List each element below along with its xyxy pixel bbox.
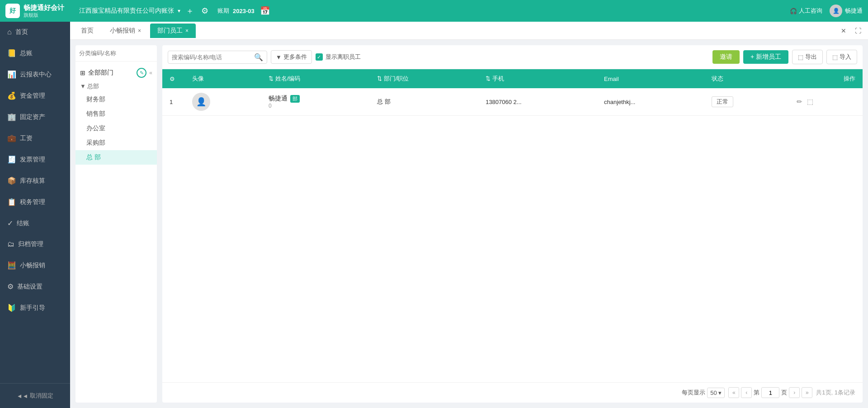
dept-search-input[interactable] xyxy=(79,50,155,57)
tab-dept-close[interactable]: × xyxy=(185,28,189,34)
sidebar-label-ledger: 总账 xyxy=(20,49,33,57)
export-button[interactable]: ⬚ 导出 xyxy=(792,50,823,64)
page-content: 🔍 ⊞ 全部部门 ✎ « ▼ 总部 xyxy=(70,40,868,408)
period-value: 2023-03 xyxy=(233,8,255,14)
sidebar-item-funds[interactable]: 💰 资金管理 xyxy=(0,85,70,106)
col-settings[interactable]: ⚙ xyxy=(162,69,185,88)
per-page-select[interactable]: 50 ▾ xyxy=(707,388,725,398)
invite-button[interactable]: 邀请 xyxy=(712,50,740,64)
sidebar-label-home: 首页 xyxy=(15,28,28,36)
cell-num: 1 xyxy=(162,88,185,116)
page-last-button[interactable]: » xyxy=(802,387,812,398)
sidebar-item-fixed-assets[interactable]: 🏢 固定资产 xyxy=(0,106,70,128)
employee-name-text: 畅捷通 xyxy=(269,95,288,103)
employee-table: ⚙ 头像 ⇅ 姓名/编码 ⇅ 部门/职位 ⇅ 手机 xyxy=(162,69,863,116)
page-first-button[interactable]: « xyxy=(728,387,739,398)
cell-status: 正常 xyxy=(704,88,789,116)
sidebar-item-invoice[interactable]: 🧾 发票管理 xyxy=(0,149,70,170)
tab-expense-close[interactable]: × xyxy=(138,28,141,34)
col-avatar: 头像 xyxy=(185,69,261,88)
app-name: 畅捷通好会计 xyxy=(24,4,64,12)
cancel-fixed-button[interactable]: ◄◄ 取消固定 xyxy=(0,388,70,403)
col-actions: 操作 xyxy=(789,69,863,88)
search-icon[interactable]: 🔍 xyxy=(254,53,263,62)
filter-button[interactable]: ▼ 更多条件 xyxy=(271,50,312,64)
sidebar-label-archive: 归档管理 xyxy=(18,240,43,248)
support-button[interactable]: 🎧 人工咨询 xyxy=(790,7,822,15)
col-name[interactable]: ⇅ 姓名/编码 xyxy=(261,69,370,88)
filter-label: 更多条件 xyxy=(283,53,307,61)
calendar-icon[interactable]: 📅 xyxy=(258,4,272,18)
add-company-button[interactable]: ＋ xyxy=(184,4,196,18)
company-dropdown-button[interactable]: ▾ xyxy=(178,8,180,14)
table-header-row: ⚙ 头像 ⇅ 姓名/编码 ⇅ 部门/职位 ⇅ 手机 xyxy=(162,69,863,88)
tab-home[interactable]: 首页 xyxy=(74,24,101,38)
user-area[interactable]: 👤 畅捷通 xyxy=(830,5,863,17)
dept-node-office[interactable]: 办公室 xyxy=(75,121,157,136)
total-records: 共1页, 1条记录 xyxy=(816,389,855,397)
sidebar-item-archive[interactable]: 🗂 归档管理 xyxy=(0,234,70,255)
tab-actions: ✕ ⛶ xyxy=(837,24,864,37)
cancel-fixed-label: 取消固定 xyxy=(30,392,53,400)
logo-area: 好 畅捷通好会计 旗舰版 xyxy=(5,4,75,19)
dept-node-sales[interactable]: 销售部 xyxy=(75,107,157,121)
page-next-button[interactable]: › xyxy=(789,387,800,398)
expense-icon: 🧮 xyxy=(7,261,16,270)
tab-expense[interactable]: 小畅报销 × xyxy=(103,24,148,38)
col-dept[interactable]: ⇅ 部门/职位 xyxy=(370,69,478,88)
sidebar-item-reports[interactable]: 📊 云报表中心 xyxy=(0,64,70,85)
logout-employee-button[interactable]: ⬚ xyxy=(807,98,813,106)
import-button[interactable]: ⬚ 导入 xyxy=(826,50,857,64)
export-icon: ⬚ xyxy=(798,54,803,61)
tab-dept-employee[interactable]: 部门员工 × xyxy=(150,24,196,38)
sidebar-label-guide: 新手引导 xyxy=(20,304,45,312)
import-icon: ⬚ xyxy=(832,54,838,61)
add-employee-button[interactable]: + 新增员工 xyxy=(743,50,788,64)
settings-top-button[interactable]: ⚙ xyxy=(199,4,210,18)
dept-search-area: 🔍 xyxy=(75,45,157,62)
app-logo-icon: 好 xyxy=(5,4,20,18)
page-prev-button[interactable]: ‹ xyxy=(741,387,752,398)
tab-close-button[interactable]: ✕ xyxy=(837,24,850,37)
tab-home-label: 首页 xyxy=(81,27,94,35)
sidebar-item-expense[interactable]: 🧮 小畅报销 xyxy=(0,255,70,276)
search-input[interactable] xyxy=(172,54,251,61)
tab-expand-button[interactable]: ⛶ xyxy=(852,24,864,37)
dept-add-button[interactable]: ✎ xyxy=(137,68,146,78)
sidebar-item-ledger[interactable]: 📒 总账 xyxy=(0,43,70,64)
cell-dept: 总 部 xyxy=(370,88,478,116)
col-phone[interactable]: ⇅ 手机 xyxy=(478,69,597,88)
export-label: 导出 xyxy=(805,53,817,61)
edit-employee-button[interactable]: ✏ xyxy=(797,98,802,106)
all-dept-label-area[interactable]: ⊞ 全部部门 xyxy=(80,69,113,77)
sidebar-item-guide[interactable]: 🔰 新手引导 xyxy=(0,297,70,318)
sidebar-item-home[interactable]: ⌂ 首页 xyxy=(0,22,70,43)
employee-avatar: 👤 xyxy=(192,93,210,111)
status-badge: 正常 xyxy=(712,96,733,107)
dept-parent-general[interactable]: ▼ 总部 xyxy=(75,81,157,92)
cell-email: chanjethkj... xyxy=(597,88,704,116)
sidebar-item-settlement[interactable]: ✓ 结账 xyxy=(0,213,70,234)
sidebar-label-settlement: 结账 xyxy=(17,219,29,228)
period-label: 账期 xyxy=(217,7,229,15)
dept-node-finance[interactable]: 财务部 xyxy=(75,92,157,107)
dept-node-hq[interactable]: 总 部 xyxy=(75,150,157,165)
show-resigned-checkbox: ✓ xyxy=(316,53,323,61)
top-center: 江西服宝精品有限责任公司内账张 ▾ ＋ ⚙ 账期 2023-03 📅 xyxy=(75,4,790,18)
show-resigned-label: 显示离职员工 xyxy=(326,53,361,61)
show-resigned-toggle[interactable]: ✓ 显示离职员工 xyxy=(316,53,361,61)
company-name: 江西服宝精品有限责任公司内账张 xyxy=(79,7,174,15)
employee-name-area: 畅捷通 部 xyxy=(269,95,363,103)
sidebar-item-payroll[interactable]: 💼 工资 xyxy=(0,128,70,149)
dept-collapse-button[interactable]: « xyxy=(149,70,152,76)
top-right: 🎧 人工咨询 👤 畅捷通 xyxy=(790,5,863,17)
employee-code: 0 xyxy=(269,103,363,109)
page-input[interactable] xyxy=(761,387,779,398)
app-edition: 旗舰版 xyxy=(24,12,64,19)
sidebar-item-settings[interactable]: ⚙ 基础设置 xyxy=(0,276,70,297)
cell-phone: 13807060 2... xyxy=(478,88,597,116)
sidebar-item-tax[interactable]: 📋 税务管理 xyxy=(0,191,70,213)
sidebar-item-inventory[interactable]: 📦 库存核算 xyxy=(0,170,70,191)
dept-node-purchase[interactable]: 采购部 xyxy=(75,136,157,150)
per-page-label: 每页显示 xyxy=(682,389,705,397)
